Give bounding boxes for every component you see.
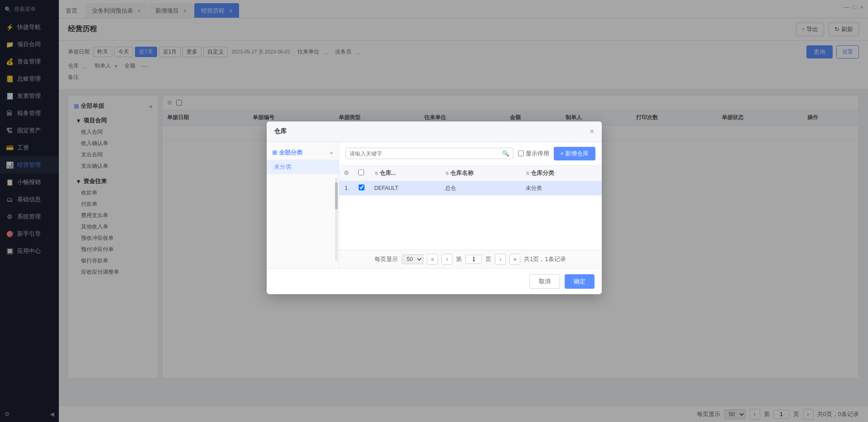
modal-page-label: 第 [456,255,462,263]
row-select-checkbox[interactable] [359,184,364,190]
show-disabled-text: 显示停用 [526,149,549,157]
modal-left-uncategorized[interactable]: 未分类 [267,159,339,174]
modal-search-icon: 🔍 [502,150,509,157]
modal-table-wrap: ⚙ ⇅ 仓库... ⇅ 仓库名称 [339,165,602,249]
row-num: 1 [339,181,354,195]
modal-left-header[interactable]: ⊞ 全部分类 « [267,146,339,159]
modal-page-suffix: 页 [485,255,491,263]
confirm-button[interactable]: 确定 [565,274,595,288]
modal-col-settings: ⚙ [339,165,354,181]
modal-page-size-label: 每页显示 [374,255,398,263]
grid-icon-2: ⊞ [272,149,277,156]
cancel-button[interactable]: 取消 [529,274,560,288]
modal-left-collapse-icon[interactable]: « [330,149,333,156]
show-disabled-checkbox[interactable] [518,150,524,156]
modal-left-panel: ⊞ 全部分类 « 未分类 [267,142,339,268]
warehouse-modal: 仓库 × ⊞ 全部分类 « 未分类 [267,121,602,294]
modal-pagination: 每页显示 50 « ‹ 第 页 › » 共1页，1条记录 [339,249,602,268]
modal-select-all[interactable] [358,169,364,175]
row-category: 未分类 [521,181,602,195]
modal-body: ⊞ 全部分类 « 未分类 🔍 [267,142,602,268]
col-code-label: 仓库... [379,169,396,176]
modal-close-btn[interactable]: × [590,126,595,136]
modal-col-checkbox [354,165,370,181]
row-name: 总仓 [441,181,521,195]
sort-name-icon: ⇅ [445,170,449,175]
modal-toolbar: 🔍 显示停用 + 新增仓库 [339,142,602,165]
row-checkbox [354,181,370,195]
col-name-label: 仓库名称 [450,169,474,176]
modal-next-btn[interactable]: › [495,253,506,264]
col-settings-icon[interactable]: ⚙ [344,170,349,176]
modal-prev-btn[interactable]: ‹ [441,253,452,264]
modal-col-name: ⇅ 仓库名称 [441,165,521,181]
modal-first-btn[interactable]: « [427,253,438,264]
modal-page-size-select[interactable]: 50 [402,254,423,264]
modal-search-box: 🔍 [345,148,514,159]
modal-title: 仓库 [274,127,287,136]
col-category-label: 仓库分类 [531,169,554,176]
modal-header: 仓库 × [267,121,602,142]
modal-last-btn[interactable]: » [509,253,520,264]
sort-up-icon: ⇅ [374,170,378,175]
add-warehouse-button[interactable]: + 新增仓库 [554,146,595,160]
modal-col-category: ⇅ 仓库分类 [521,165,602,181]
show-disabled-label[interactable]: 显示停用 [518,149,549,157]
modal-table: ⚙ ⇅ 仓库... ⇅ 仓库名称 [339,165,602,195]
modal-right-panel: 🔍 显示停用 + 新增仓库 ⚙ [339,142,602,268]
modal-total-label: 共1页，1条记录 [524,255,566,263]
left-scrollbar[interactable] [335,177,338,261]
modal-col-code: ⇅ 仓库... [370,165,441,181]
modal-table-row[interactable]: 1 DEFAULT 总仓 未分类 [339,181,602,195]
modal-actions: 取消 确定 [267,268,602,294]
modal-all-categories-label: 全部分类 [279,148,302,156]
modal-page-input[interactable] [465,254,482,263]
modal-search-input[interactable] [350,150,500,156]
sort-cat-icon: ⇅ [526,170,529,175]
row-code: DEFAULT [370,181,441,195]
modal-uncategorized-label: 未分类 [274,163,292,170]
